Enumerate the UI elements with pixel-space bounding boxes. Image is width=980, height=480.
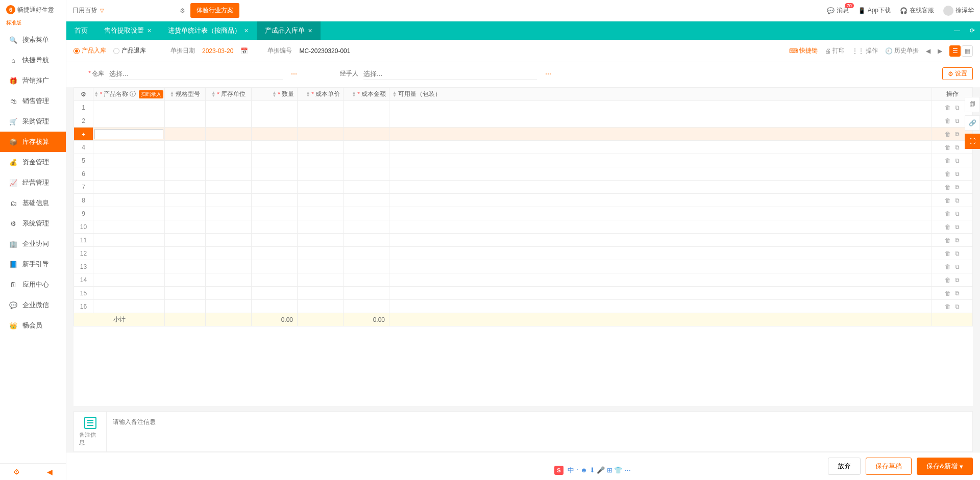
close-icon[interactable]: ✕ xyxy=(147,28,152,34)
remarks-input[interactable] xyxy=(107,412,972,451)
delete-icon[interactable]: 🗑 xyxy=(945,117,951,124)
date-value[interactable]: 2023-03-20 xyxy=(202,47,233,55)
table-row[interactable]: 13🗑⧉ xyxy=(74,260,973,273)
sort-icon[interactable]: ▲▼ xyxy=(352,91,356,97)
sort-icon[interactable]: ▲▼ xyxy=(393,91,397,97)
view-list-button[interactable]: ☰ xyxy=(949,45,961,57)
delete-icon[interactable]: 🗑 xyxy=(945,263,951,270)
scan-tag[interactable]: 扫码录入 xyxy=(139,90,163,98)
sogou-icon[interactable]: S xyxy=(554,466,564,475)
table-row[interactable]: 11🗑⧉ xyxy=(74,234,973,247)
table-row[interactable]: 6🗑⧉ xyxy=(74,167,973,181)
close-icon[interactable]: ✕ xyxy=(244,28,249,34)
nav-item-7[interactable]: 📈经营管理 xyxy=(0,172,66,193)
close-icon[interactable]: ✕ xyxy=(308,28,312,34)
nav-item-12[interactable]: 🗓应用中心 xyxy=(0,274,66,295)
nav-item-9[interactable]: ⚙系统管理 xyxy=(0,213,66,234)
copy-icon[interactable]: ⧉ xyxy=(955,276,960,284)
refresh-tab-button[interactable]: ⟳ xyxy=(965,27,980,34)
ime-chars[interactable]: 中 ׳ ☻ ⬇ 🎤 ⊞ 👕 ⋯ xyxy=(568,466,631,475)
discard-button[interactable]: 放弃 xyxy=(828,458,861,475)
radio-product-out[interactable]: 产品退库 xyxy=(113,46,146,55)
copy-icon[interactable]: ⧉ xyxy=(955,131,960,138)
delete-icon[interactable]: 🗑 xyxy=(945,157,951,164)
copy-icon[interactable]: ⧉ xyxy=(955,170,960,178)
delete-icon[interactable]: 🗑 xyxy=(945,131,951,138)
rail-btn-1[interactable]: 🗐 xyxy=(965,97,980,112)
table-row[interactable]: 7🗑⧉ xyxy=(74,181,973,194)
delete-icon[interactable]: 🗑 xyxy=(945,250,951,257)
nav-item-10[interactable]: 🏢企业协同 xyxy=(0,234,66,254)
gear-icon[interactable]: ⚙ xyxy=(180,7,185,14)
add-row-icon[interactable]: + xyxy=(80,130,88,138)
user-menu[interactable]: 徐泽华 xyxy=(943,6,974,16)
table-row[interactable]: 10🗑⧉ xyxy=(74,220,973,234)
rail-btn-2[interactable]: 🔗 xyxy=(965,115,980,131)
tab-1[interactable]: 售价提取设置✕ xyxy=(96,21,160,40)
messages[interactable]: 💬 消息 70 xyxy=(827,6,849,15)
delete-icon[interactable]: 🗑 xyxy=(945,237,951,244)
delete-icon[interactable]: 🗑 xyxy=(945,170,951,178)
save-new-button[interactable]: 保存&新增 ▾ xyxy=(917,458,973,475)
shop-selector[interactable]: 日用百货 ▽ xyxy=(72,6,175,15)
nav-item-2[interactable]: 🎁营销推广 xyxy=(0,70,66,91)
copy-icon[interactable]: ⧉ xyxy=(955,250,960,257)
copy-icon[interactable]: ⧉ xyxy=(955,237,960,244)
table-row[interactable]: 4🗑⧉ xyxy=(74,141,973,154)
table-row[interactable]: 1🗑⧉ xyxy=(74,101,973,114)
copy-icon[interactable]: ⧉ xyxy=(955,263,960,270)
table-row[interactable]: 8🗑⧉ xyxy=(74,194,973,207)
table-row[interactable]: 2🗑⧉ xyxy=(74,114,973,128)
delete-icon[interactable]: 🗑 xyxy=(945,290,951,297)
calendar-icon[interactable]: 📅 xyxy=(240,47,248,55)
tab-3[interactable]: 产成品入库单✕ xyxy=(257,21,321,40)
settings-icon[interactable]: ⚙ xyxy=(13,468,20,476)
table-row[interactable]: +🗑⧉ xyxy=(74,128,973,141)
delete-icon[interactable]: 🗑 xyxy=(945,210,951,217)
copy-icon[interactable]: ⧉ xyxy=(955,104,960,111)
table-row[interactable]: 9🗑⧉ xyxy=(74,207,973,220)
minimize-tab-button[interactable]: — xyxy=(949,27,965,34)
copy-icon[interactable]: ⧉ xyxy=(955,210,960,217)
table-row[interactable]: 14🗑⧉ xyxy=(74,273,973,287)
experience-button[interactable]: 体验行业方案 xyxy=(190,3,239,18)
copy-icon[interactable]: ⧉ xyxy=(955,290,960,297)
table-row[interactable]: 12🗑⧉ xyxy=(74,247,973,260)
operate-button[interactable]: ⋮⋮ 操作 xyxy=(852,46,878,55)
copy-icon[interactable]: ⧉ xyxy=(955,303,960,310)
delete-icon[interactable]: 🗑 xyxy=(945,184,951,191)
tab-0[interactable]: 首页 xyxy=(66,21,96,40)
prev-doc-button[interactable]: ◀ xyxy=(926,47,930,55)
help-icon[interactable]: ⓘ xyxy=(130,90,136,98)
print-button[interactable]: 🖨 打印 xyxy=(825,46,845,55)
handler-more-icon[interactable]: ⋯ xyxy=(545,70,551,78)
copy-icon[interactable]: ⧉ xyxy=(955,197,960,204)
product-input[interactable] xyxy=(94,129,163,139)
copy-icon[interactable]: ⧉ xyxy=(955,117,960,124)
delete-icon[interactable]: 🗑 xyxy=(945,276,951,284)
delete-icon[interactable]: 🗑 xyxy=(945,197,951,204)
warehouse-input[interactable] xyxy=(109,68,283,80)
collapse-icon[interactable]: ◀ xyxy=(47,468,53,476)
nav-item-3[interactable]: 🛍销售管理 xyxy=(0,91,66,111)
delete-icon[interactable]: 🗑 xyxy=(945,223,951,231)
table-row[interactable]: 15🗑⧉ xyxy=(74,287,973,300)
nav-item-0[interactable]: 🔍搜索菜单 xyxy=(0,30,66,50)
view-grid-button[interactable]: ▦ xyxy=(962,45,973,57)
table-row[interactable]: 5🗑⧉ xyxy=(74,154,973,167)
shortcut-button[interactable]: ⌨ 快捷键 xyxy=(789,46,818,55)
copy-icon[interactable]: ⧉ xyxy=(955,223,960,231)
save-draft-button[interactable]: 保存草稿 xyxy=(866,458,912,475)
sort-icon[interactable]: ▲▼ xyxy=(306,91,310,97)
settings-button[interactable]: ⚙ 设置 xyxy=(942,67,973,80)
online-service[interactable]: 🎧 在线客服 xyxy=(900,6,934,15)
sort-icon[interactable]: ▲▼ xyxy=(170,91,174,97)
sort-icon[interactable]: ▲▼ xyxy=(272,91,276,97)
radio-product-in[interactable]: 产品入库 xyxy=(74,46,106,55)
nav-item-8[interactable]: 🗂基础信息 xyxy=(0,193,66,213)
gear-icon[interactable]: ⚙ xyxy=(81,91,86,98)
copy-icon[interactable]: ⧉ xyxy=(955,157,960,164)
sort-icon[interactable]: ▲▼ xyxy=(211,91,215,97)
app-download[interactable]: 📱 App下载 xyxy=(858,6,891,15)
sort-icon[interactable]: ▲▼ xyxy=(94,91,99,97)
